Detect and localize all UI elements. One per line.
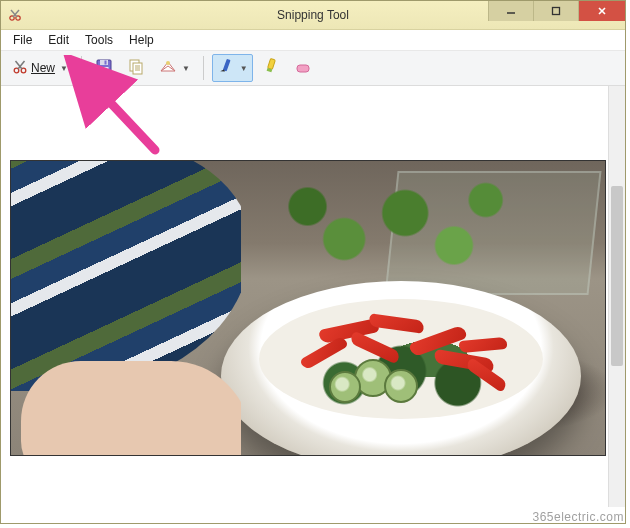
svg-rect-5 bbox=[553, 8, 560, 15]
svg-rect-26 bbox=[297, 65, 309, 72]
canvas-area bbox=[1, 86, 625, 523]
eraser-button[interactable] bbox=[289, 54, 317, 82]
copy-button[interactable] bbox=[122, 54, 150, 82]
maximize-button[interactable] bbox=[533, 1, 578, 21]
scissors-icon bbox=[12, 59, 28, 78]
chevron-down-icon: ▼ bbox=[240, 64, 248, 73]
photo-bowl bbox=[221, 281, 581, 456]
svg-point-21 bbox=[166, 61, 170, 65]
menu-tools[interactable]: Tools bbox=[77, 31, 121, 49]
pen-icon bbox=[217, 58, 235, 79]
chevron-down-icon: ▼ bbox=[60, 64, 68, 73]
svg-rect-15 bbox=[99, 67, 108, 73]
vertical-scrollbar[interactable] bbox=[608, 86, 625, 507]
svg-rect-14 bbox=[104, 60, 106, 64]
photo-greens bbox=[271, 161, 515, 291]
menu-help[interactable]: Help bbox=[121, 31, 162, 49]
menu-file[interactable]: File bbox=[5, 31, 40, 49]
watermark: 365electric.com bbox=[532, 510, 624, 524]
copy-icon bbox=[127, 58, 145, 79]
menu-edit[interactable]: Edit bbox=[40, 31, 77, 49]
toolbar-separator bbox=[203, 56, 204, 80]
toolbar-separator bbox=[81, 56, 82, 80]
send-button[interactable]: ▼ bbox=[154, 54, 195, 82]
scrollbar-thumb[interactable] bbox=[611, 186, 623, 366]
highlighter-button[interactable] bbox=[257, 54, 285, 82]
new-button[interactable]: New ▼ bbox=[7, 54, 73, 82]
close-button[interactable] bbox=[578, 1, 625, 21]
floppy-disk-icon bbox=[95, 58, 113, 79]
menubar: File Edit Tools Help bbox=[1, 30, 625, 51]
eraser-icon bbox=[294, 58, 312, 79]
snipping-tool-window: Snipping Tool File Edit Tools Help bbox=[0, 0, 626, 524]
window-controls bbox=[488, 1, 625, 21]
svg-rect-13 bbox=[100, 60, 108, 65]
photo-child bbox=[11, 161, 241, 455]
minimize-button[interactable] bbox=[488, 1, 533, 21]
chevron-down-icon: ▼ bbox=[182, 64, 190, 73]
titlebar: Snipping Tool bbox=[1, 1, 625, 30]
toolbar: New ▼ bbox=[1, 51, 625, 86]
app-icon bbox=[7, 7, 23, 23]
svg-rect-24 bbox=[267, 58, 275, 69]
highlighter-icon bbox=[262, 58, 280, 79]
new-button-label: New bbox=[31, 61, 55, 75]
send-mail-icon bbox=[159, 58, 177, 79]
pen-button[interactable]: ▼ bbox=[212, 54, 253, 82]
captured-image[interactable] bbox=[10, 160, 606, 456]
save-button[interactable] bbox=[90, 54, 118, 82]
